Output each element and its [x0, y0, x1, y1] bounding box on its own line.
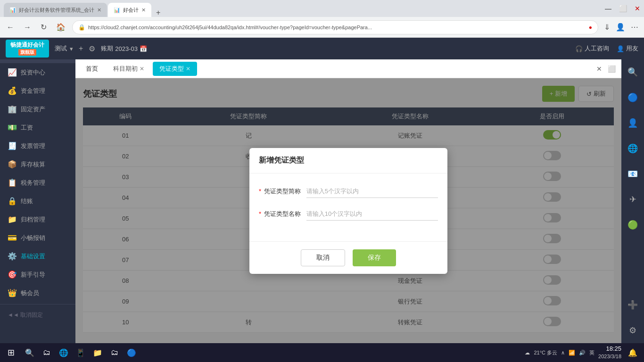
- taskbar-edge-icon[interactable]: 🌐: [56, 345, 71, 360]
- full-name-label: * 凭证类型名称: [259, 210, 301, 218]
- content-area: 凭证类型 + 新增 ↺ 刷新 编码 凭证类型简称: [75, 78, 621, 343]
- member-icon: 👑: [8, 288, 17, 297]
- maximize-button[interactable]: ⬜: [615, 5, 631, 12]
- tab-voucher-close-icon[interactable]: ✕: [186, 66, 190, 72]
- start-button[interactable]: ⊞: [4, 347, 18, 358]
- taskbar-blue-icon[interactable]: 🔵: [124, 345, 139, 360]
- tab-voucher-label: 凭证类型: [159, 65, 184, 73]
- back-button[interactable]: ←: [4, 23, 17, 32]
- sidebar-item-assets[interactable]: 🏢 固定资产: [0, 100, 75, 118]
- sidebar-item-guide[interactable]: 🎯 新手引导: [0, 265, 75, 284]
- sidebar-item-archive[interactable]: 📁 归档管理: [0, 210, 75, 229]
- sidebar-item-close[interactable]: 🔒 结账: [0, 192, 75, 210]
- expense-icon: 💳: [8, 233, 17, 242]
- home-button[interactable]: 🏠: [53, 23, 68, 32]
- taskbar-phone-icon[interactable]: 📱: [73, 345, 88, 360]
- extensions-button[interactable]: ⇓: [602, 23, 612, 32]
- period-value: 2023-03: [115, 45, 138, 52]
- right-user-icon[interactable]: 👤: [624, 114, 642, 132]
- right-globe-icon[interactable]: 🌐: [624, 140, 642, 157]
- right-panel: 🔍 🔵 👤 🌐 📧 ✈ 🟢 ➕ ⚙: [621, 59, 644, 343]
- tab-subject[interactable]: 科目期初 ✕: [107, 62, 151, 76]
- full-name-label-text: 凭证类型名称: [264, 210, 301, 217]
- browser-tab-1[interactable]: 📊 好会计云财务软件管理系统_会计 ✕: [4, 3, 107, 17]
- save-button[interactable]: 保存: [353, 249, 396, 266]
- cancel-button[interactable]: 取消: [301, 249, 345, 266]
- tab1-label: 好会计云财务软件管理系统_会计: [19, 7, 94, 14]
- sidebar-item-salary[interactable]: 💵 工资: [0, 118, 75, 137]
- minimize-button[interactable]: —: [601, 5, 615, 12]
- sidebar-item-investment[interactable]: 📈 投资中心: [0, 63, 75, 82]
- logo-sub-text: 旗舰版: [18, 49, 36, 56]
- sidebar-item-expense[interactable]: 💳 小畅报销: [0, 229, 75, 247]
- sidebar-item-fund[interactable]: 💰 资金管理: [0, 82, 75, 100]
- settings-gear-icon[interactable]: ⚙: [89, 44, 95, 53]
- sidebar-label-archive: 归档管理: [21, 215, 45, 224]
- tab-close-window-icon[interactable]: ✕: [594, 65, 604, 73]
- sidebar-label-invoice: 发票管理: [21, 142, 45, 150]
- sidebar: 📈 投资中心 💰 资金管理 🏢 固定资产 💵 工资 🧾 发票管理 📦 库存核算 …: [0, 59, 75, 343]
- reload-button[interactable]: ↻: [38, 23, 50, 32]
- short-name-input[interactable]: [306, 185, 438, 198]
- close-button[interactable]: ✕: [631, 5, 644, 12]
- forward-button[interactable]: →: [21, 23, 34, 32]
- tab-home[interactable]: 首页: [79, 62, 105, 76]
- new-tab-button[interactable]: +: [152, 8, 164, 17]
- taskbar-folder-icon[interactable]: 🗂: [107, 345, 122, 360]
- tab1-close-icon[interactable]: ✕: [97, 7, 101, 13]
- taskbar-files-icon[interactable]: 📁: [90, 345, 105, 360]
- add-voucher-type-modal: 新增凭证类型 * 凭证类型简称: [249, 148, 447, 274]
- right-mail-icon[interactable]: 📧: [624, 165, 642, 183]
- company-selector[interactable]: 测试 ▾: [55, 44, 73, 53]
- sidebar-unpin-button[interactable]: ◄◄ 取消固定: [0, 306, 75, 324]
- calendar-icon: 📅: [140, 45, 147, 52]
- sidebar-item-invoice[interactable]: 🧾 发票管理: [0, 137, 75, 155]
- window-controls: — ⬜ ✕: [601, 0, 644, 17]
- more-options-button[interactable]: ⋯: [629, 23, 640, 32]
- logo-main-text: 畅捷通好会计: [10, 41, 44, 48]
- tab-voucher-type[interactable]: 凭证类型 ✕: [153, 62, 197, 76]
- inventory-icon: 📦: [8, 160, 17, 169]
- user-info[interactable]: 👤 用友: [617, 44, 638, 53]
- taskbar-task-icon[interactable]: 🗂: [39, 345, 54, 360]
- right-send-icon[interactable]: ✈: [626, 190, 640, 208]
- browser-profile-icon[interactable]: 👤: [614, 23, 627, 32]
- period-label: 账期: [101, 44, 113, 53]
- sidebar-label-guide: 新手引导: [21, 271, 45, 279]
- tab-subject-close-icon[interactable]: ✕: [140, 66, 144, 72]
- guide-icon: 🎯: [8, 270, 17, 279]
- right-blue-icon[interactable]: 🔵: [624, 89, 642, 107]
- cancel-label: 取消: [316, 254, 330, 261]
- sidebar-label-fund: 资金管理: [21, 87, 45, 95]
- sidebar-label-close: 结账: [21, 197, 33, 206]
- sidebar-label-salary: 工资: [21, 123, 33, 132]
- right-settings-icon[interactable]: ⚙: [625, 321, 640, 339]
- right-green-icon[interactable]: 🟢: [624, 216, 642, 234]
- browser-tab-2[interactable]: 📊 好会计 ✕: [108, 3, 151, 17]
- taskbar-search-icon[interactable]: 🔍: [22, 345, 37, 360]
- modal-overlay: 新增凭证类型 * 凭证类型简称: [75, 78, 621, 343]
- tab-maximize-window-icon[interactable]: ⬜: [606, 65, 618, 73]
- app-body: 📈 投资中心 💰 资金管理 🏢 固定资产 💵 工资 🧾 发票管理 📦 库存核算 …: [0, 59, 644, 343]
- notification-center-icon[interactable]: 🔔: [625, 345, 640, 360]
- archive-icon: 📁: [8, 215, 17, 224]
- volume-icon: 🔊: [579, 350, 586, 356]
- sidebar-label-member: 畅会员: [21, 289, 39, 297]
- sidebar-item-inventory[interactable]: 📦 库存核算: [0, 155, 75, 173]
- tab2-favicon: 📊: [114, 7, 120, 13]
- consult-button[interactable]: 🎧 人工咨询: [575, 44, 609, 53]
- sidebar-item-settings[interactable]: ⚙️ 基础设置: [0, 247, 75, 265]
- right-add-icon[interactable]: ➕: [624, 296, 642, 314]
- short-name-required: *: [259, 188, 261, 195]
- taskbar: ⊞ 🔍 🗂 🌐 📱 📁 🗂 🔵 ☁ 21°C 多云 ∧ 📶 🔊 英 18:25 …: [0, 343, 644, 362]
- notification-icon: ●: [589, 24, 592, 31]
- right-search-icon[interactable]: 🔍: [624, 63, 642, 81]
- add-company-button[interactable]: +: [79, 44, 83, 53]
- full-name-input[interactable]: [306, 207, 438, 221]
- address-bar[interactable]: 🔒 https://cloud2.chanjet.com/accounting/…: [72, 20, 598, 34]
- sidebar-item-member[interactable]: 👑 畅会员: [0, 284, 75, 302]
- tab2-close-icon[interactable]: ✕: [141, 7, 146, 13]
- sidebar-item-tax[interactable]: 📋 税务管理: [0, 173, 75, 192]
- address-text: https://cloud2.chanjet.com/accounting/uh…: [88, 25, 586, 30]
- modal-title: 新增凭证类型: [259, 156, 304, 164]
